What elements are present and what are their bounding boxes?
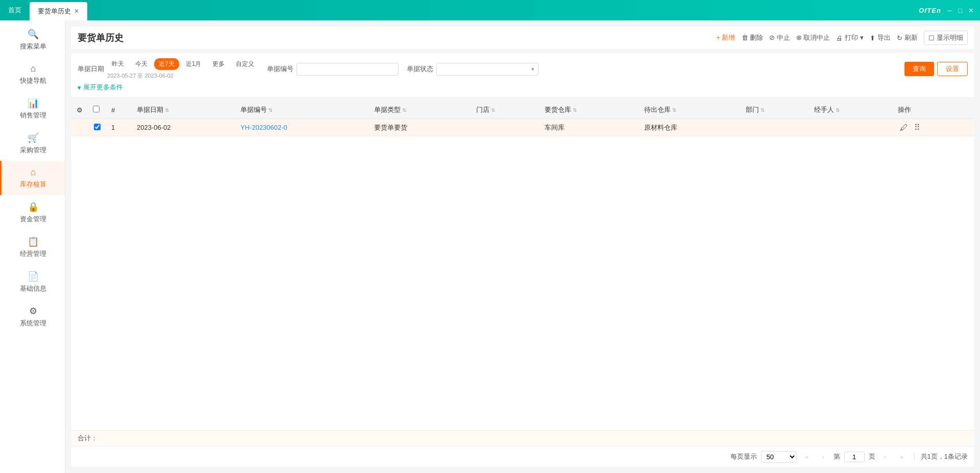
sidebar-item-basic-info[interactable]: 📄 基础信息: [0, 265, 65, 299]
col-handler[interactable]: 经手人 ⇅: [809, 101, 893, 119]
row-op-more-icon[interactable]: ⠿: [912, 122, 922, 133]
main-layout: 🔍 搜索菜单 ⌂ 快捷导航 📊 销售管理 🛒 采购管理 ⌂ 库存核算 🔒 资金管…: [0, 20, 980, 473]
sort-doc-date[interactable]: 单据日期 ⇅: [137, 105, 169, 114]
last-page-button[interactable]: »: [896, 451, 908, 463]
query-button[interactable]: 查询: [904, 62, 934, 76]
page-unit: 页: [869, 452, 875, 461]
doc-no-label: 单据编号: [267, 64, 293, 74]
tab-history-close[interactable]: ✕: [74, 8, 79, 15]
doc-no-input[interactable]: [297, 63, 399, 76]
display-detail-button[interactable]: ☐ 显示明细: [924, 31, 968, 45]
display-detail-label: 显示明细: [937, 33, 963, 42]
row-op-edit-icon[interactable]: 🖊: [898, 122, 910, 133]
col-settings[interactable]: ⚙: [71, 101, 88, 119]
sort-pending-warehouse[interactable]: 待出仓库 ⇅: [644, 105, 676, 114]
pagination-area: 每页显示 50 10 20 100 « ‹ 第 页 › » 共1页，1条记录: [71, 446, 974, 467]
first-page-button[interactable]: «: [801, 451, 813, 463]
sort-handler[interactable]: 经手人 ⇅: [814, 105, 840, 114]
sort-icon-doc-type: ⇅: [402, 107, 406, 113]
sort-doc-no[interactable]: 单据编号 ⇅: [240, 105, 273, 114]
export-icon: ⬆: [870, 34, 875, 42]
export-button[interactable]: ⬆ 导出: [870, 33, 891, 42]
doc-no-filter: 单据编号: [267, 63, 399, 76]
sidebar-item-system[interactable]: ⚙ 系统管理: [0, 299, 65, 334]
settings-button[interactable]: 设置: [937, 62, 968, 76]
status-select[interactable]: [436, 63, 538, 76]
total-info: 共1页，1条记录: [921, 452, 968, 461]
col-num: #: [106, 101, 132, 119]
prev-page-button[interactable]: ‹: [817, 451, 829, 463]
col-req-warehouse[interactable]: 要货仓库 ⇅: [540, 101, 639, 119]
date-btn-today[interactable]: 今天: [131, 58, 152, 70]
row-select-checkbox[interactable]: [94, 124, 101, 130]
sort-req-warehouse[interactable]: 要货仓库 ⇅: [545, 105, 577, 114]
expand-more-button[interactable]: ▾ 展开更多条件: [78, 83, 968, 92]
date-btn-recent1month[interactable]: 近1月: [181, 58, 206, 70]
sidebar-item-operations[interactable]: 📋 经营管理: [0, 230, 65, 265]
date-btn-custom[interactable]: 自定义: [231, 58, 259, 70]
date-btn-more[interactable]: 更多: [208, 58, 229, 70]
sidebar-item-search[interactable]: 🔍 搜索菜单: [0, 22, 65, 57]
chart-icon: 📊: [28, 98, 39, 109]
refresh-button[interactable]: ↻ 刷新: [897, 33, 918, 42]
page-number-input[interactable]: [844, 452, 865, 462]
sidebar-item-system-label: 系统管理: [20, 319, 46, 328]
close-window-icon[interactable]: ✕: [968, 7, 974, 14]
sort-icon-handler: ⇅: [836, 107, 840, 113]
sort-store[interactable]: 门店 ⇅: [476, 105, 495, 114]
expand-icon: ▾: [78, 84, 81, 91]
col-checkbox[interactable]: [88, 101, 106, 119]
top-bar: 首页 要货单历史 ✕ OfTEn ─ □ ✕: [0, 0, 980, 20]
delete-button[interactable]: 🗑 删除: [742, 33, 764, 42]
table-header-row: ⚙ # 单据日期 ⇅: [71, 101, 974, 119]
page-title: 要货单历史: [78, 32, 124, 44]
gear-icon: ⚙: [29, 305, 37, 317]
sidebar-item-inventory[interactable]: ⌂ 库存核算: [0, 161, 65, 195]
sidebar-item-finance[interactable]: 🔒 资金管理: [0, 195, 65, 230]
maximize-icon[interactable]: □: [958, 7, 962, 14]
sidebar-item-search-label: 搜索菜单: [20, 42, 46, 51]
sidebar-item-operations-label: 经营管理: [20, 249, 46, 258]
tab-history[interactable]: 要货单历史 ✕: [30, 2, 87, 20]
filter-buttons: 查询 设置: [904, 62, 968, 76]
refresh-icon: ↻: [897, 34, 902, 42]
new-button[interactable]: + 新增: [716, 33, 735, 42]
sort-dept[interactable]: 部门 ⇅: [746, 105, 765, 114]
sidebar-item-inventory-label: 库存核算: [20, 180, 46, 189]
col-pending-warehouse[interactable]: 待出仓库 ⇅: [639, 101, 741, 119]
col-dept[interactable]: 部门 ⇅: [741, 101, 809, 119]
stop-button[interactable]: ⊘ 中止: [769, 33, 790, 42]
cancel-stop-button[interactable]: ⊗ 取消中止: [796, 33, 830, 42]
col-doc-date[interactable]: 单据日期 ⇅: [132, 101, 235, 119]
content-area: 要货单历史 + 新增 🗑 删除 ⊘ 中止 ⊗ 取消中止 🖨 🖨 打印 打印 ▾ …: [65, 20, 980, 473]
col-store[interactable]: 门店 ⇅: [471, 101, 540, 119]
filter-area: 单据日期 昨天 今天 近7天 近1月 更多 自定义 2023-05-27 至 2…: [71, 53, 974, 97]
date-btn-recent7[interactable]: 近7天: [154, 58, 179, 70]
home-icon: ⌂: [31, 63, 36, 74]
table-area: ⚙ # 单据日期 ⇅: [71, 101, 974, 467]
sidebar-item-purchase[interactable]: 🛒 采购管理: [0, 126, 65, 161]
expand-label: 展开更多条件: [83, 83, 123, 92]
tab-home[interactable]: 首页: [0, 0, 30, 20]
doc-no-link[interactable]: YH-20230602-0: [240, 124, 287, 131]
row-doc-no[interactable]: YH-20230602-0: [235, 119, 369, 136]
page-size-select[interactable]: 50 10 20 100: [761, 451, 797, 463]
row-doc-date: 2023-06-02: [132, 119, 235, 136]
sidebar-item-sales[interactable]: 📊 销售管理: [0, 91, 65, 126]
table-row[interactable]: 1 2023-06-02 YH-20230602-0 要货单要货 车间库 原材料…: [71, 119, 974, 136]
row-doc-type: 要货单要货: [369, 119, 471, 136]
sidebar-item-finance-label: 资金管理: [20, 215, 46, 224]
col-doc-type[interactable]: 单据类型 ⇅: [369, 101, 471, 119]
tab-history-label: 要货单历史: [38, 7, 71, 16]
col-doc-no[interactable]: 单据编号 ⇅: [235, 101, 369, 119]
next-page-button[interactable]: ›: [879, 451, 892, 463]
select-all-checkbox[interactable]: [93, 106, 100, 112]
print-button[interactable]: 🖨 🖨 打印 打印 ▾: [836, 33, 864, 42]
sidebar-item-quick-nav[interactable]: ⌂ 快捷导航: [0, 57, 65, 91]
sort-doc-type[interactable]: 单据类型 ⇅: [374, 105, 406, 114]
minimize-icon[interactable]: ─: [947, 7, 952, 14]
data-table: ⚙ # 单据日期 ⇅: [71, 101, 974, 136]
date-btn-yesterday[interactable]: 昨天: [107, 58, 129, 70]
doc-icon: 📄: [28, 271, 39, 282]
row-checkbox[interactable]: [88, 119, 106, 136]
